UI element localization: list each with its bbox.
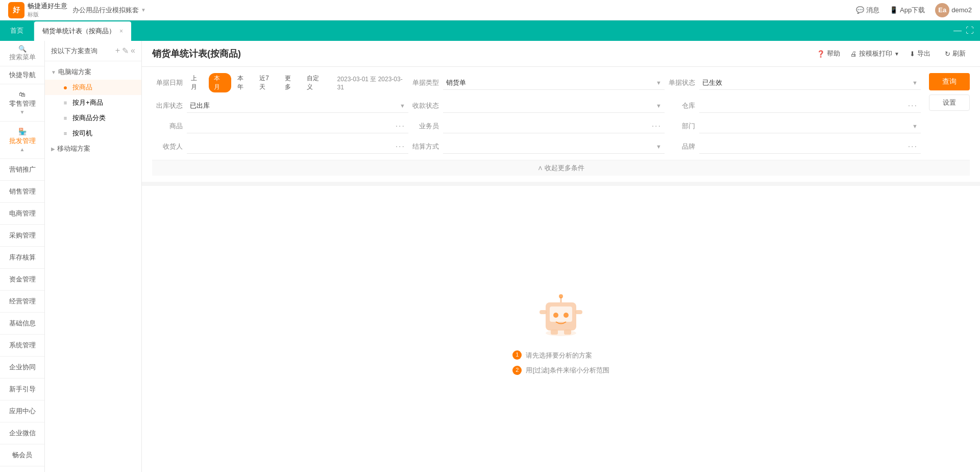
sidebar-item-label-finance: 资金管理 <box>9 275 36 284</box>
filter-control-doc-status[interactable]: 已生效 ▼ <box>699 76 921 90</box>
logo-text: 畅捷通好生意 标版 <box>28 2 67 18</box>
filter-label-date: 单据日期 <box>152 78 183 87</box>
filter-item-receipt-status: 收款状态 ▼ <box>408 99 665 113</box>
sidebar-item-basic[interactable]: 基础信息 <box>0 313 44 335</box>
tree-child-by-month-product[interactable]: ≡ 按月+商品 <box>45 95 141 110</box>
sidebar-item-marketing[interactable]: 营销推广 <box>0 159 44 181</box>
svg-rect-2 <box>550 306 572 322</box>
app-download-label: App下载 <box>900 6 925 15</box>
filter-control-out-status[interactable]: 已出库 ▼ <box>187 99 408 113</box>
sidebar-item-wechat[interactable]: 企业微信 <box>0 422 44 444</box>
sidebar-item-label-appstore: 应用中心 <box>9 407 36 416</box>
settings-button[interactable]: 设置 <box>929 95 970 111</box>
filter-control-brand[interactable]: ··· <box>699 139 921 154</box>
tree-root-arrow-icon: ▼ <box>51 69 56 75</box>
date-tab-last-month[interactable]: 上月 <box>187 73 207 92</box>
collapse-bar-label: ∧ 收起更多条件 <box>537 164 585 172</box>
filter-control-doc-type[interactable]: 销货单 ▼ <box>443 76 665 90</box>
sidebar-item-cooperation[interactable]: 企业协同 <box>0 357 44 379</box>
app-download-button[interactable]: 📱 App下载 <box>890 6 925 15</box>
sidebar-item-label-marketing: 营销推广 <box>9 165 36 174</box>
refresh-button[interactable]: ↻ 刷新 <box>941 47 970 60</box>
page-header-top: 销货单统计表(按商品) ❓ 帮助 🖨 按模板打印 ▼ ⬇ 导出 <box>152 47 970 60</box>
page-title: 销货单统计表(按商品) <box>152 48 241 60</box>
sidebar-item-appstore[interactable]: 应用中心 <box>0 400 44 422</box>
left-panel-header: 按以下方案查询 + ✎ « <box>45 41 141 61</box>
tree-root-pc[interactable]: ▼ 电脑端方案 <box>45 64 141 80</box>
filter-control-payment-method[interactable]: ▼ <box>443 139 665 154</box>
collapse-panel-icon[interactable]: « <box>131 46 135 56</box>
user-name: demo2 <box>951 6 972 14</box>
sidebar-item-operations[interactable]: 经营管理 <box>0 291 44 313</box>
filter-control-product[interactable]: ··· <box>187 119 408 133</box>
tab-close-icon[interactable]: × <box>119 28 123 35</box>
user-area[interactable]: Ea demo2 <box>935 3 972 17</box>
warehouse-dots-icon: ··· <box>908 101 918 110</box>
tab-home[interactable]: 首页 <box>0 20 34 41</box>
sidebar-item-retail[interactable]: 🛍 零售管理 ▼ <box>0 84 44 122</box>
filter-control-warehouse[interactable]: ··· <box>699 99 921 113</box>
filter-control-recipient[interactable]: ··· <box>187 139 408 154</box>
minimize-icon[interactable]: — <box>953 26 962 35</box>
tab-active[interactable]: 销货单统计表（按商品） × <box>34 21 131 41</box>
scheme-tree: ▼ 电脑端方案 ● 按商品 ≡ 按月+商品 ≡ 按商品分类 ≡ 按司机 ▶ 移动… <box>45 61 141 159</box>
sidebar-item-system[interactable]: 系统管理 <box>0 335 44 357</box>
filter-item-department: 部门 ▼ <box>665 119 921 133</box>
logo-sub-text: 标版 <box>28 11 67 18</box>
template-print-button[interactable]: 🖨 按模板打印 ▼ <box>850 49 899 58</box>
tree-child-by-cashier[interactable]: ≡ 按司机 <box>45 126 141 141</box>
tree-root-mobile-arrow-icon: ▶ <box>51 146 55 152</box>
avatar: Ea <box>935 3 949 17</box>
logo-symbol: 好 <box>13 6 20 15</box>
sidebar-item-sales[interactable]: 销售管理 <box>0 181 44 203</box>
filter-control-salesperson[interactable]: ··· <box>443 119 665 133</box>
sidebar-item-ecommerce[interactable]: 电商管理 <box>0 203 44 225</box>
date-tab-custom[interactable]: 自定义 <box>303 73 329 92</box>
add-scheme-icon[interactable]: + <box>115 46 120 56</box>
sidebar-nav-shortcut[interactable]: 快捷导航 <box>0 66 44 84</box>
date-tab-this-year[interactable]: 本年 <box>233 73 253 92</box>
sidebar-item-purchase[interactable]: 采购管理 <box>0 225 44 247</box>
filter-item-brand: 品牌 ··· <box>665 139 921 154</box>
page-header: 销货单统计表(按商品) ❓ 帮助 🖨 按模板打印 ▼ ⬇ 导出 <box>142 41 980 67</box>
sidebar-item-label-sales: 销售管理 <box>9 187 36 196</box>
by-product-icon: ● <box>61 83 69 91</box>
date-tab-7days[interactable]: 近7天 <box>255 73 279 92</box>
sidebar-item-wholesale[interactable]: 🏪 批发管理 ▲ <box>0 122 44 159</box>
filter-item-payment-method: 结算方式 ▼ <box>408 139 665 154</box>
sidebar-item-inventory[interactable]: 库存核算 <box>0 247 44 269</box>
filter-control-receipt-status[interactable]: ▼ <box>443 99 665 113</box>
content-area: 销货单统计表(按商品) ❓ 帮助 🖨 按模板打印 ▼ ⬇ 导出 <box>142 41 980 472</box>
export-button[interactable]: ⬇ 导出 <box>905 47 935 60</box>
sidebar-search[interactable]: 🔍 搜索菜单 <box>0 41 44 66</box>
workspace-selector[interactable]: 办公用品行业模拟账套 ▼ <box>72 6 146 15</box>
tree-child-by-product-label: 按商品 <box>72 83 92 92</box>
date-tab-more[interactable]: 更多 <box>281 73 301 92</box>
tree-child-by-category[interactable]: ≡ 按商品分类 <box>45 110 141 126</box>
date-tab-this-month[interactable]: 本月 <box>209 73 231 92</box>
action-column: 查询 设置 <box>921 73 970 111</box>
svg-rect-10 <box>564 329 571 335</box>
filter-control-department[interactable]: ▼ <box>699 119 921 133</box>
sidebar-item-label-system: 系统管理 <box>9 341 36 350</box>
sidebar-item-guide[interactable]: 新手引导 <box>0 379 44 400</box>
query-button[interactable]: 查询 <box>929 73 970 90</box>
filter-area: 单据日期 上月 本月 本年 近7天 更多 自定义 20 <box>142 67 980 182</box>
help-button[interactable]: ❓ 帮助 <box>813 47 844 60</box>
maximize-icon[interactable]: ⛶ <box>966 26 974 35</box>
filter-label-out-status: 出库状态 <box>152 101 183 110</box>
logo-main-text: 畅捷通好生意 <box>28 2 67 11</box>
sidebar-item-label-wholesale: 批发管理 <box>9 136 36 146</box>
filter-item-date: 单据日期 上月 本月 本年 近7天 更多 自定义 20 <box>152 73 408 92</box>
message-button[interactable]: 💬 消息 <box>856 6 879 15</box>
sidebar-item-finance[interactable]: 资金管理 <box>0 269 44 291</box>
svg-rect-8 <box>575 310 582 314</box>
collapse-bar[interactable]: ∧ 收起更多条件 <box>152 160 970 176</box>
workspace-chevron-icon: ▼ <box>141 7 146 13</box>
tree-child-by-cashier-label: 按司机 <box>72 129 92 138</box>
recipient-dots-icon: ··· <box>396 142 405 151</box>
tree-child-by-product[interactable]: ● 按商品 <box>45 80 141 95</box>
edit-scheme-icon[interactable]: ✎ <box>122 46 129 56</box>
sidebar-item-member[interactable]: 畅会员 <box>0 444 44 466</box>
tree-root-mobile[interactable]: ▶ 移动端方案 <box>45 141 141 156</box>
